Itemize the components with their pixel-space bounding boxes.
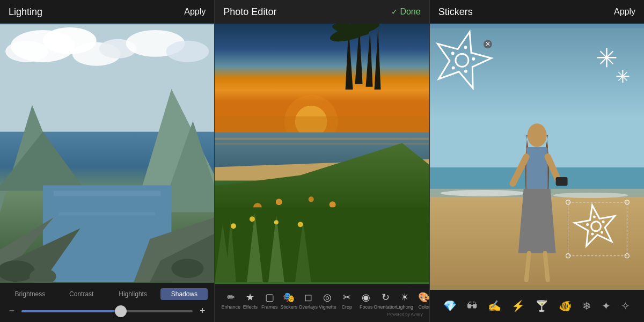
svg-point-70 [454, 53, 470, 68]
svg-rect-15 [59, 212, 156, 215]
stickers-image: ✕ [430, 24, 644, 290]
svg-line-64 [513, 157, 526, 184]
svg-rect-68 [555, 177, 567, 186]
writing-sticker[interactable]: ✍ [488, 299, 501, 312]
enhance-tool[interactable]: ✏ Enhance [221, 291, 240, 310]
svg-point-25 [284, 95, 338, 149]
svg-point-88 [600, 231, 603, 234]
focus-tool[interactable]: ◉ Focus [356, 291, 376, 310]
svg-rect-54 [430, 28, 644, 178]
orientation-label: Orientation [374, 304, 397, 310]
photo-editor-panel: Photo Editor ✓ Done [215, 0, 429, 322]
stickers-apply-button[interactable]: Apply [614, 5, 635, 19]
svg-line-65 [547, 157, 558, 181]
svg-point-94 [566, 254, 570, 258]
overlays-tool[interactable]: ◻ Overlays [298, 291, 318, 310]
svg-marker-47 [215, 223, 231, 282]
sunglasses-sticker[interactable]: 🕶 [467, 300, 478, 312]
diamond-sticker[interactable]: 💎 [443, 299, 457, 312]
svg-rect-14 [48, 201, 166, 206]
stickers-header: Stickers Apply [430, 0, 644, 24]
lighting-label: Lighting [397, 304, 414, 310]
vignette-tool[interactable]: ◎ Vignette [318, 291, 337, 310]
slider-thumb[interactable] [115, 305, 127, 317]
effects-label: Effects [243, 304, 258, 310]
svg-point-96 [483, 40, 492, 48]
brightness-tab[interactable]: Brightness [6, 288, 54, 300]
overlays-label: Overlays [299, 304, 318, 310]
svg-marker-69 [430, 25, 496, 91]
svg-rect-29 [215, 143, 429, 145]
lighting-title: Lighting [9, 6, 42, 18]
svg-marker-45 [225, 218, 236, 282]
slider-decrease-button[interactable]: − [6, 305, 17, 317]
svg-marker-63 [518, 189, 555, 253]
svg-marker-49 [295, 221, 311, 282]
sparkle-sticker[interactable]: ✧ [621, 299, 630, 312]
enhance-icon: ✏ [227, 291, 235, 303]
lighting-photo [0, 24, 214, 283]
snowflake-sticker[interactable]: ❄ [582, 299, 591, 312]
svg-rect-55 [430, 167, 644, 194]
effects-tool[interactable]: ★ Effects [240, 291, 260, 310]
slider-row: − + [6, 305, 208, 317]
stickers-photo: ✕ [430, 24, 644, 290]
svg-point-52 [274, 220, 279, 224]
svg-point-35 [328, 24, 373, 45]
lighting-tool[interactable]: ☀ Lighting [395, 291, 414, 310]
svg-point-43 [330, 201, 336, 208]
frames-tool[interactable]: ▢ Frames [260, 291, 279, 310]
svg-marker-38 [215, 143, 429, 213]
orientation-tool[interactable]: ↻ Orientation [376, 291, 395, 310]
enhance-label: Enhance [222, 304, 241, 310]
svg-rect-27 [215, 133, 429, 175]
vignette-icon: ◎ [323, 291, 332, 303]
beach-photo [215, 24, 429, 284]
lighting-header: Lighting Apply [0, 0, 214, 24]
effects-icon: ★ [246, 291, 254, 303]
slider-track[interactable] [21, 310, 193, 312]
lighting-tabs: Brightness Contrast Highlights Shadows [6, 288, 208, 300]
lightning-sticker[interactable]: ⚡ [511, 299, 525, 312]
color-tool[interactable]: 🎨 Color [414, 291, 429, 310]
svg-marker-84 [572, 202, 619, 247]
fish-sticker[interactable]: 🐠 [559, 299, 572, 312]
svg-marker-33 [366, 31, 373, 87]
stickers-icon: 🎭 [283, 291, 295, 303]
stickers-tool[interactable]: 🎭 Stickers [279, 291, 298, 310]
star-sticker[interactable]: ✦ [602, 299, 611, 312]
svg-rect-56 [430, 167, 644, 194]
stickers-toolbar: 💎 🕶 ✍ ⚡ 🍸 🐠 ❄ ✦ ✧ [436, 295, 638, 317]
svg-point-24 [295, 106, 327, 138]
slider-increase-button[interactable]: + [197, 305, 208, 317]
svg-marker-32 [355, 25, 363, 84]
svg-point-36 [332, 24, 370, 38]
svg-point-53 [298, 222, 303, 227]
svg-line-82 [618, 72, 627, 80]
svg-text:✕: ✕ [485, 40, 490, 48]
svg-rect-57 [430, 189, 644, 286]
svg-point-86 [592, 215, 596, 218]
crop-tool[interactable]: ✂ Crop [337, 291, 356, 310]
contrast-tab[interactable]: Contrast [58, 288, 105, 300]
frames-icon: ▢ [265, 291, 274, 303]
svg-point-3 [5, 41, 48, 62]
editor-toolbar-container: ✏ Enhance ★ Effects ▢ Frames 🎭 Stickers … [215, 284, 429, 322]
svg-marker-46 [247, 213, 263, 282]
cocktail-sticker[interactable]: 🍸 [535, 299, 548, 312]
svg-point-51 [250, 216, 255, 222]
svg-marker-48 [268, 215, 284, 282]
stickers-toolbar-container: 💎 🕶 ✍ ⚡ 🍸 🐠 ❄ ✦ ✧ [430, 290, 644, 322]
svg-marker-31 [346, 28, 353, 90]
lighting-apply-button[interactable]: Apply [184, 5, 206, 19]
svg-point-93 [625, 200, 629, 204]
done-label: Done [400, 7, 420, 17]
focus-icon: ◉ [362, 291, 370, 303]
svg-point-85 [590, 221, 602, 232]
powered-by-label: Powered by Aviary [221, 311, 422, 317]
svg-rect-58 [430, 189, 644, 197]
stickers-panel: Stickers Apply [430, 0, 644, 322]
done-button[interactable]: ✓ Done [391, 5, 420, 19]
shadows-tab[interactable]: Shadows [160, 288, 208, 300]
highlights-tab[interactable]: Highlights [109, 288, 157, 300]
